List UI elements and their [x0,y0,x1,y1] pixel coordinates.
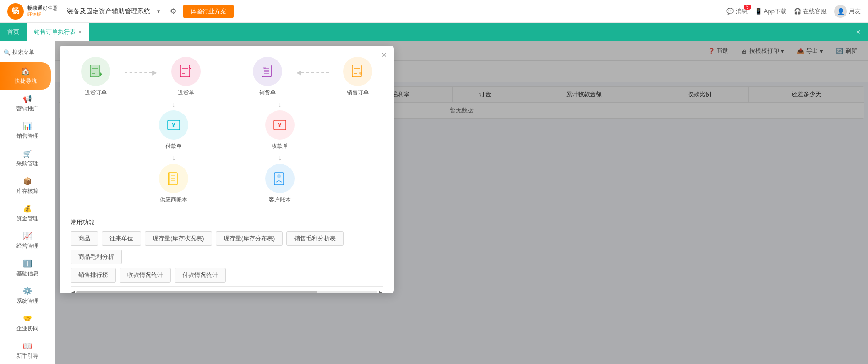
try-industry-button[interactable]: 体验行业方案 [183,5,234,18]
purchase-bill-label: 进货单 [178,89,194,97]
sidebar-item-basic-info[interactable]: ℹ️ 基础信息 [0,255,55,282]
func-current-stock-dist[interactable]: 现存量(库存分布表) [216,231,283,246]
sidebar-item-purchase[interactable]: 🛒 采购管理 [0,145,55,172]
sales-icon: 📊 [23,122,32,130]
scroll-right-arrow[interactable]: ▶ [379,289,383,293]
scroll-track[interactable] [76,291,377,293]
tab-sales-order[interactable]: 销售订单执行表 × [27,23,89,41]
close-all-icon[interactable]: × [848,27,868,37]
modal-overlay: × [55,41,868,364]
sidebar-item-marketing[interactable]: 📢 营销推广 [0,90,55,117]
tab-close-icon[interactable]: × [78,29,82,35]
modal-close-button[interactable]: × [382,50,387,60]
operations-icon: 📈 [23,232,32,240]
func-current-stock-status[interactable]: 现存量(库存状况表) [145,231,212,246]
top-header: 畅 畅康通好生意 旺德版 装备及固定资产辅助管理系统 ▾ ⚙ 体验行业方案 💬 … [0,0,868,23]
inventory-icon: 📦 [23,177,32,185]
content-area: ❓ 帮助 🖨 按模板打印 ▾ 📤 导出 ▾ 🔄 刷新 📅 单据 [55,41,868,364]
svg-marker-4 [100,72,102,76]
tab-sales-order-label: 销售订单执行表 [34,28,76,36]
func-payment-stats[interactable]: 付款情况统计 [175,268,226,283]
sidebar-label-4: 库存核算 [16,187,38,195]
tab-home[interactable]: 首页 [0,23,27,41]
system-title-area: 装备及固定资产辅助管理系统 ▾ ⚙ 体验行业方案 [67,5,726,18]
online-service-item[interactable]: 🎧 在线客服 [794,7,827,16]
node-sales-order[interactable]: 销售订单 [333,57,383,97]
sidebar-label-2: 销售管理 [16,132,38,140]
message-badge: 5 [744,5,751,10]
payment-bill-icon: ¥ [159,110,188,140]
receipt-bill-icon: ¥ [265,110,295,140]
header-right: 💬 消息 5 📱 App下载 🎧 在线客服 👤 用友 [726,5,861,18]
tab-home-label: 首页 [7,28,19,36]
sidebar: 🔍 搜索菜单 🏠 快捷导航 📢 营销推广 📊 销售管理 🛒 采购管理 📦 库存核… [0,41,55,364]
func-row-2: 销售排行榜 收款情况统计 付款情况统计 [71,268,383,283]
node-customer-ledger[interactable]: 客户账本 [255,164,305,204]
search-menu[interactable]: 🔍 搜索菜单 [0,45,55,60]
sidebar-label-10: 新手引导 [16,352,38,360]
sidebar-item-inventory[interactable]: 📦 库存核算 [0,172,55,200]
node-sales-bill[interactable]: 销货单 [242,57,293,97]
logo-area: 畅 畅康通好生意 旺德版 [7,3,62,20]
node-purchase-order[interactable]: 进货订单 [71,57,121,97]
app-download-label: App下载 [764,7,786,16]
func-product[interactable]: 商品 [71,231,98,246]
guide-icon: 📖 [23,342,32,350]
message-item[interactable]: 💬 消息 5 [726,7,748,16]
finance-icon: 💰 [23,204,32,213]
svg-point-19 [359,72,362,75]
logo-sub: 旺德版 [27,11,58,18]
svg-point-30 [277,174,281,178]
sales-order-label: 销售订单 [347,89,369,97]
sidebar-item-guide[interactable]: 📖 新手引导 [0,337,55,364]
purchase-order-label: 进货订单 [85,89,107,97]
sidebar-item-enterprise[interactable]: 🤝 企业协同 [0,310,55,337]
user-item[interactable]: 👤 用友 [834,5,861,18]
func-row-1: 商品 往来单位 现存量(库存状况表) 现存量(库存分布表) 销售毛利分析表 商品… [71,231,383,264]
gear-button[interactable]: ⚙ [167,5,180,18]
func-receipt-stats[interactable]: 收款情况统计 [120,268,171,283]
func-counterpart[interactable]: 往来单位 [102,231,141,246]
system-title: 装备及固定资产辅助管理系统 [67,7,150,16]
sidebar-label-3: 采购管理 [16,160,38,168]
sidebar-item-system[interactable]: ⚙️ 系统管理 [0,282,55,310]
logo-icon: 畅 [7,3,24,20]
flow-row-3: 供应商账本 客户账本 [71,164,383,204]
arrow-row-down-2: ↓ ↓ [71,154,383,164]
node-purchase-bill[interactable]: 进货单 [161,57,211,97]
modal: × [60,46,394,293]
sales-bill-icon [253,57,282,86]
sidebar-item-operations[interactable]: 📈 经营管理 [0,227,55,255]
sidebar-label-9: 企业协同 [16,325,38,332]
payment-bill-label: 付款单 [165,142,182,150]
sidebar-item-finance[interactable]: 💰 资金管理 [0,200,55,227]
purchase-order-icon [81,57,110,86]
supplier-ledger-icon [159,164,188,193]
main-layout: 🔍 搜索菜单 🏠 快捷导航 📢 营销推广 📊 销售管理 🛒 采购管理 📦 库存核… [0,41,868,364]
node-supplier-ledger[interactable]: 供应商账本 [148,164,199,204]
sidebar-label-7: 基础信息 [16,270,38,277]
func-sales-ranking[interactable]: 销售排行榜 [71,268,116,283]
avatar: 👤 [834,5,847,18]
customer-ledger-icon [265,164,295,193]
home-icon: 🏠 [21,67,30,76]
enterprise-icon: 🤝 [23,314,32,323]
phone-icon: 📱 [755,8,762,15]
node-payment-bill[interactable]: ¥ 付款单 [148,110,199,150]
sidebar-item-sales[interactable]: 📊 销售管理 [0,117,55,145]
app-download-item[interactable]: 📱 App下载 [755,7,786,16]
dropdown-icon[interactable]: ▾ [154,7,163,16]
online-service-label: 在线客服 [803,7,827,16]
message-icon: 💬 [726,8,734,15]
logo-text: 畅康通好生意 [27,5,58,11]
receipt-bill-label: 收款单 [272,142,288,150]
func-product-gross-analysis[interactable]: 商品毛利分析 [71,250,122,264]
node-receipt-bill[interactable]: ¥ 收款单 [255,110,305,150]
common-functions-title: 常用功能 [71,218,383,227]
scroll-left-arrow[interactable]: ◀ [71,289,75,293]
sidebar-item-quick-nav[interactable]: 🏠 快捷导航 [0,62,51,90]
common-functions: 常用功能 商品 往来单位 现存量(库存状况表) 现存量(库存分布表) 销售毛利分… [71,218,383,283]
sidebar-label-1: 营销推广 [16,105,38,113]
svg-rect-14 [263,67,266,69]
func-sales-gross-analysis[interactable]: 销售毛利分析表 [286,231,344,246]
